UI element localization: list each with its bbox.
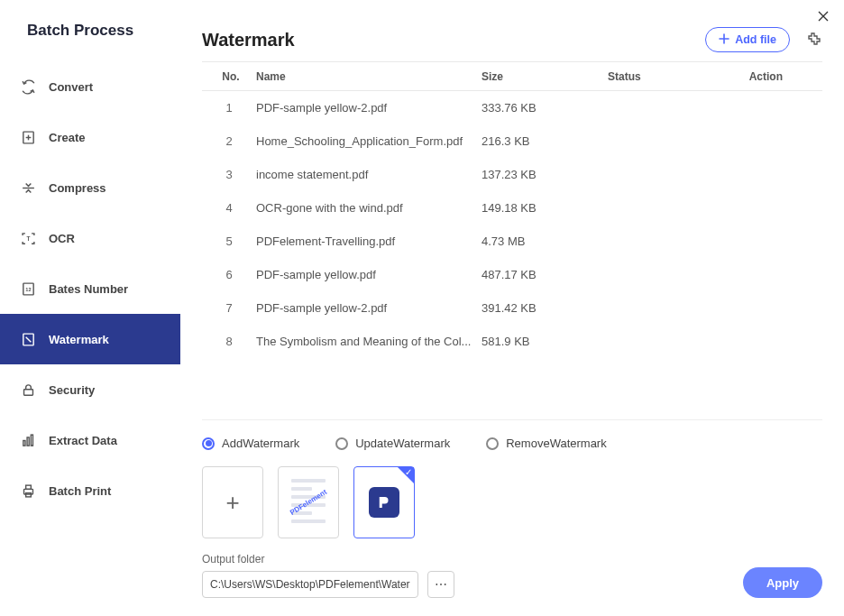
row-no: 6 [202,268,256,281]
plus-icon [719,33,729,47]
convert-icon [20,78,36,95]
col-status: Status [608,70,716,83]
sidebar-item-label: OCR [49,232,75,245]
more-icon: ⋯ [435,577,448,592]
svg-rect-9 [23,440,24,446]
table-row[interactable]: 4OCR-gone with the wind.pdf149.18 KB [202,191,822,225]
ocr-icon: T [20,230,36,246]
table-row[interactable]: 1PDF-sample yellow-2.pdf333.76 KB [202,91,822,124]
add-watermark-thumb[interactable]: + [202,466,263,538]
table-header: No. Name Size Status Action [202,62,822,91]
row-size: 149.18 KB [482,201,608,215]
table-row[interactable]: 5PDFelement-Travelling.pdf4.73 MB [202,225,822,258]
print-icon [20,483,36,499]
table-row[interactable]: 6PDF-sample yellow.pdf487.17 KB [202,258,822,291]
row-name: income statement.pdf [256,168,482,181]
row-size: 333.76 KB [482,101,608,115]
sidebar-item-label: Watermark [49,333,109,346]
table-row[interactable]: 7PDF-sample yellow-2.pdf391.42 KB [202,291,822,325]
sidebar: Batch Process Convert Create Compress T … [0,0,180,616]
radio-remove-watermark[interactable]: RemoveWatermark [486,437,606,450]
sidebar-item-ocr[interactable]: T OCR [0,213,180,263]
row-size: 137.23 KB [482,168,608,181]
sidebar-item-label: Compress [49,181,106,195]
row-size: 581.9 KB [482,335,608,348]
radio-icon [202,437,215,450]
table-row[interactable]: 3income statement.pdf137.23 KB [202,158,822,191]
svg-rect-10 [27,437,29,445]
watermark-icon [20,331,36,347]
row-name: PDF-sample yellow.pdf [256,268,482,281]
sidebar-item-print[interactable]: Batch Print [0,465,180,516]
row-size: 216.3 KB [482,134,608,148]
row-name: PDF-sample yellow-2.pdf [256,101,482,115]
row-name: The Symbolism and Meaning of the Col... [256,335,482,348]
row-name: OCR-gone with the wind.pdf [256,201,482,215]
bates-icon: 12 [20,280,36,297]
svg-text:12: 12 [25,286,31,291]
table-row[interactable]: 2Home_Schooling_Application_Form.pdf216.… [202,124,822,158]
sidebar-item-label: Security [49,383,95,397]
row-name: PDFelement-Travelling.pdf [256,234,482,248]
sidebar-item-bates[interactable]: 12 Bates Number [0,263,180,314]
compress-icon [20,179,36,196]
sidebar-item-compress[interactable]: Compress [0,162,180,213]
sidebar-item-label: Convert [49,80,93,94]
radio-add-watermark[interactable]: AddWatermark [202,437,299,450]
row-name: PDF-sample yellow-2.pdf [256,301,482,315]
plus-icon: + [225,489,239,517]
watermark-preview-logo[interactable]: ✓ [353,466,415,538]
row-no: 1 [202,101,256,115]
apply-button[interactable]: Apply [743,567,822,598]
app-title: Batch Process [0,22,180,61]
output-folder-input[interactable] [202,571,418,598]
row-size: 4.73 MB [482,234,608,248]
main-panel: Watermark Add file No. Name Size Status [180,0,844,616]
lock-icon [20,382,36,398]
sidebar-item-watermark[interactable]: Watermark [0,314,180,364]
row-size: 391.42 KB [482,301,608,315]
browse-folder-button[interactable]: ⋯ [427,571,454,598]
create-icon [20,129,36,145]
add-file-button[interactable]: Add file [705,27,790,52]
row-no: 2 [202,134,256,148]
svg-rect-13 [25,485,31,489]
watermark-thumbnails: + PDFelement ✓ [202,466,822,538]
sidebar-item-create[interactable]: Create [0,112,180,162]
radio-icon [335,437,348,450]
sidebar-item-security[interactable]: Security [0,364,180,415]
row-no: 8 [202,335,256,348]
sidebar-item-convert[interactable]: Convert [0,61,180,112]
row-name: Home_Schooling_Application_Form.pdf [256,134,482,148]
radio-label: AddWatermark [222,437,299,450]
row-no: 7 [202,301,256,315]
svg-text:T: T [26,234,30,241]
logo-icon [369,487,399,518]
puzzle-icon[interactable] [806,31,822,50]
radio-label: RemoveWatermark [506,437,606,450]
sidebar-item-label: Create [49,131,85,144]
sidebar-item-label: Batch Print [49,484,111,498]
watermark-mode-group: AddWatermark UpdateWatermark RemoveWater… [202,437,822,450]
radio-update-watermark[interactable]: UpdateWatermark [335,437,450,450]
svg-rect-11 [31,435,32,446]
row-no: 4 [202,201,256,215]
col-no: No. [202,70,256,83]
output-folder-group: Output folder ⋯ [202,553,454,598]
col-action: Action [716,70,788,83]
close-icon[interactable] [815,9,831,25]
row-size: 487.17 KB [482,268,608,281]
watermark-panel: AddWatermark UpdateWatermark RemoveWater… [202,419,822,598]
radio-label: UpdateWatermark [355,437,450,450]
sidebar-item-label: Extract Data [49,434,117,447]
sidebar-item-extract[interactable]: Extract Data [0,415,180,465]
svg-rect-8 [23,389,32,394]
watermark-preview-text[interactable]: PDFelement [278,466,339,538]
col-name: Name [256,70,482,83]
sidebar-item-label: Bates Number [49,282,128,296]
row-no: 3 [202,168,256,181]
row-no: 5 [202,234,256,248]
page-title: Watermark [202,30,295,51]
add-file-label: Add file [735,33,776,46]
table-row[interactable]: 8The Symbolism and Meaning of the Col...… [202,325,822,358]
